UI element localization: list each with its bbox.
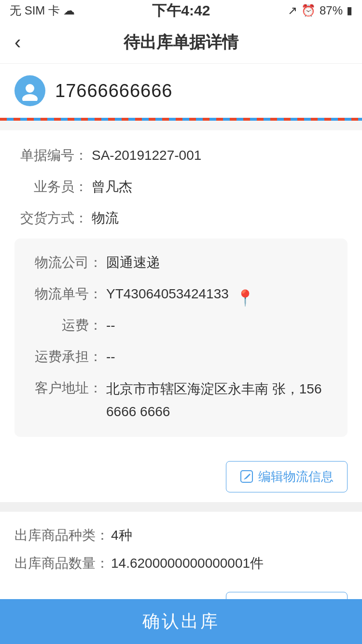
goods-types-label: 出库商品种类： [14,526,111,545]
status-right: ↗ ⏰ 87% ▮ [288,4,352,17]
confirm-button[interactable]: 确认出库 [0,599,362,644]
goods-types-row: 出库商品种类： 4种 [14,526,348,545]
svg-point-0 [26,84,34,93]
page-title: 待出库单据详情 [124,31,238,54]
salesperson-label: 业务员： [14,176,92,198]
battery-percent: 87% [320,4,343,17]
nav-bar: ‹ 待出库单据详情 [0,21,362,64]
salesperson-row: 业务员： 曾凡杰 [14,176,348,198]
logistics-freight-value: -- [106,315,333,336]
logistics-card: 物流公司： 圆通速递 物流单号： YT43064053424133 📍 运费： … [14,238,348,436]
delivery-label: 交货方式： [14,208,92,229]
order-no-value: SA-20191227-001 [92,145,348,167]
section-divider-1 [0,502,362,512]
logistics-tracking-value: YT43064053424133 [106,283,229,305]
logistics-freight-bear-value: -- [106,346,333,368]
goods-quantity-label: 出库商品数量： [14,554,111,573]
goods-section: 出库商品种类： 4种 出库商品数量： 14.6200000000000001件 [0,512,362,582]
back-button[interactable]: ‹ [14,31,21,53]
goods-quantity-row: 出库商品数量： 14.6200000000000001件 [14,554,348,573]
logistics-address-label: 客户地址： [29,378,106,399]
logistics-tracking-label: 物流单号： [29,283,106,305]
confirm-button-label: 确认出库 [142,610,220,633]
edit-logistics-button[interactable]: 编辑物流信息 [226,461,348,492]
logistics-company-label: 物流公司： [29,252,106,274]
logistics-address-value: 北京市市辖区海淀区永丰南 张，156 6666 6666 [106,378,333,423]
goods-quantity-value: 14.6200000000000001件 [111,554,264,573]
goods-types-value: 4种 [111,526,132,545]
delivery-row: 交货方式： 物流 [14,208,348,229]
order-no-row: 单据编号： SA-20191227-001 [14,145,348,167]
logistics-freight-label: 运费： [29,315,106,336]
delivery-value: 物流 [92,208,348,229]
content: 17666666666 单据编号： SA-20191227-001 业务员： 曾… [0,64,362,644]
status-bar: 无 SIM 卡 ☁ 下午4:42 ↗ ⏰ 87% ▮ [0,0,362,21]
edit-icon [240,470,253,483]
edit-logistics-label: 编辑物流信息 [258,468,334,485]
edit-btn-row: 编辑物流信息 [0,451,362,502]
battery-icon: ▮ [347,4,352,17]
logistics-freight-row: 运费： -- [29,315,333,336]
map-pin-icon[interactable]: 📍 [236,286,253,303]
logistics-company-value: 圆通速递 [106,252,333,274]
svg-point-1 [22,94,38,101]
person-icon [20,81,40,101]
status-time: 下午4:42 [152,1,210,21]
sim-label: 无 SIM 卡 ☁ [10,3,75,18]
dashed-divider [0,118,362,121]
logistics-freight-bear-label: 运费承担： [29,346,106,368]
alarm-icon: ⏰ [301,4,316,17]
location-icon: ↗ [288,4,297,17]
status-left: 无 SIM 卡 ☁ [10,3,75,18]
tracking-row: YT43064053424133 📍 [106,283,253,305]
logistics-freight-bear-row: 运费承担： -- [29,346,333,368]
salesperson-value: 曾凡杰 [92,176,348,198]
logistics-address-row: 客户地址： 北京市市辖区海淀区永丰南 张，156 6666 6666 [29,378,333,423]
order-no-label: 单据编号： [14,145,92,167]
logistics-tracking-row: 物流单号： YT43064053424133 📍 [29,283,333,305]
logistics-company-row: 物流公司： 圆通速递 [29,252,333,274]
avatar [14,75,45,106]
customer-header: 17666666666 [0,64,362,118]
customer-phone: 17666666666 [55,81,172,101]
order-info-section: 单据编号： SA-20191227-001 业务员： 曾凡杰 交货方式： 物流 … [0,130,362,451]
